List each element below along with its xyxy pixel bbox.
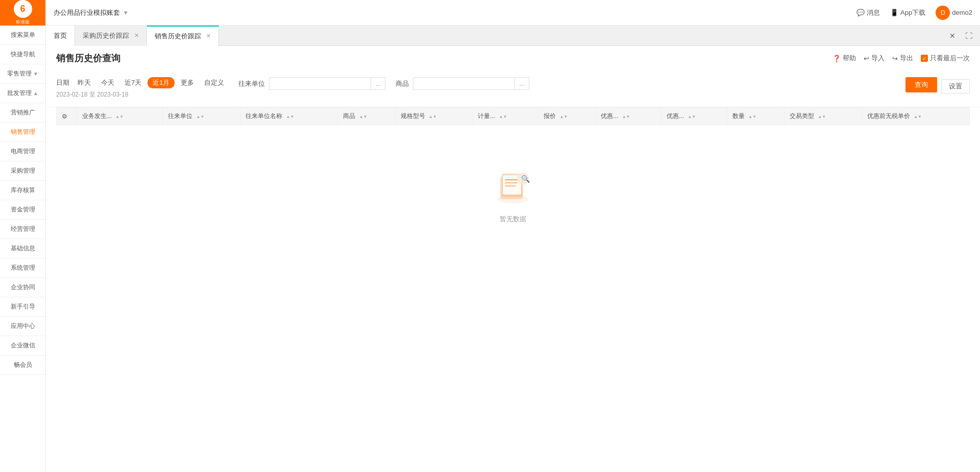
help-label: 帮助 (843, 54, 856, 63)
app-download-button[interactable]: 📱 App下载 (890, 8, 925, 17)
col-partner-code-label: 往来单位 (168, 112, 192, 120)
sort-arrows-partner-name: ▲▼ (286, 114, 294, 119)
gear-icon[interactable]: ⚙ (62, 113, 67, 120)
product-input-group: ... (413, 77, 529, 90)
sidebar-item-inventory[interactable]: 库存核算 (0, 181, 45, 200)
tab-purchase-history[interactable]: 采购历史价跟踪 ✕ (75, 26, 147, 46)
table-settings-col[interactable]: ⚙ (57, 108, 77, 125)
partner-input-group: ... (269, 77, 385, 90)
avatar-initial: D (941, 9, 945, 16)
topbar-dropdown-icon[interactable]: ▾ (124, 9, 132, 17)
sidebar-item-retail[interactable]: 零售管理 ▼ (0, 64, 45, 84)
date-filter-group: 日期 昨天 今天 近7天 近1月 更多 自定义 2023-02-18 至 202… (56, 77, 228, 99)
col-discount1[interactable]: 优惠... ▲▼ (596, 108, 662, 125)
tab-purchase-history-label: 采购历史价跟踪 (83, 31, 129, 40)
col-unit[interactable]: 计量... ▲▼ (473, 108, 538, 125)
sidebar-item-purchase[interactable]: 采购管理 (0, 161, 45, 181)
sort-arrows-pre-discount-price: ▲▼ (914, 114, 922, 119)
sidebar-item-guide[interactable]: 新手引导 (0, 297, 45, 317)
tab-sales-history[interactable]: 销售历史价跟踪 ✕ (147, 26, 219, 46)
partner-input-dots[interactable]: ... (371, 77, 385, 90)
last-only-checkbox[interactable] (921, 55, 928, 62)
col-quantity[interactable]: 数量 ▲▼ (727, 108, 784, 125)
table-header: ⚙ 业务发生... ▲▼ 往来单位 ▲▼ 往来单位名称 ▲▼ (57, 108, 970, 125)
product-input-dots[interactable]: ... (515, 77, 529, 90)
sort-arrows-spec: ▲▼ (429, 114, 437, 119)
logo-text: 6 (20, 4, 25, 14)
product-input[interactable] (413, 77, 515, 90)
help-button[interactable]: ❓ 帮助 (832, 54, 856, 63)
topbar-right: 💬 消息 📱 App下载 D demo2 (856, 6, 972, 20)
phone-icon: 📱 (890, 9, 898, 16)
sidebar-item-finance[interactable]: 资金管理 (0, 200, 45, 220)
avatar: D (936, 6, 950, 20)
col-discount1-label: 优惠... (601, 112, 618, 120)
sidebar-item-search[interactable]: 搜索菜单 (0, 26, 45, 45)
col-biz-date-label: 业务发生... (82, 112, 112, 120)
col-trade-type[interactable]: 交易类型 ▲▼ (785, 108, 862, 125)
col-partner-name[interactable]: 往来单位名称 ▲▼ (240, 108, 338, 125)
product-label: 商品 (396, 79, 409, 88)
col-pre-discount-price[interactable]: 优惠前无税单价 ▲▼ (862, 108, 969, 125)
sidebar-item-sales[interactable]: 销售管理 (0, 123, 45, 142)
chevron-up-icon: ▲ (33, 90, 38, 96)
logo-icon: 6 (14, 0, 32, 18)
table-area: ⚙ 业务发生... ▲▼ 往来单位 ▲▼ 往来单位名称 ▲▼ (46, 107, 980, 265)
sidebar-item-wholesale[interactable]: 批发管理 ▲ (0, 84, 45, 103)
query-button[interactable]: 查询 (905, 77, 937, 92)
sidebar-item-marketing[interactable]: 营销推广 (0, 103, 45, 123)
col-biz-date[interactable]: 业务发生... ▲▼ (77, 108, 163, 125)
tab-sales-history-close[interactable]: ✕ (206, 33, 211, 39)
logo[interactable]: 6 标准版 (0, 0, 45, 26)
tab-home-label: 首页 (54, 31, 67, 40)
tab-purchase-history-close[interactable]: ✕ (134, 32, 139, 39)
app-download-label: App下载 (900, 8, 925, 17)
tabbar: 首页 采购历史价跟踪 ✕ 销售历史价跟踪 ✕ ✕ ⛶ (46, 26, 980, 46)
tabbar-actions: ✕ ⛶ (946, 30, 980, 42)
col-price[interactable]: 报价 ▲▼ (538, 108, 596, 125)
product-filter-group: 商品 ... (396, 77, 529, 90)
user-profile[interactable]: D demo2 (936, 6, 972, 20)
sort-arrows-biz-date: ▲▼ (115, 114, 124, 119)
sidebar-item-member[interactable]: 畅会员 (0, 356, 45, 375)
sidebar-item-cooperation[interactable]: 企业协同 (0, 278, 45, 297)
date-option-1month[interactable]: 近1月 (148, 77, 175, 88)
partner-input[interactable] (269, 77, 371, 90)
col-discount2[interactable]: 优惠... ▲▼ (662, 108, 727, 125)
export-button[interactable]: ↪ 导出 (892, 54, 913, 63)
maximize-button[interactable]: ⛶ (963, 30, 975, 42)
tab-home[interactable]: 首页 (46, 26, 75, 46)
date-range-display: 2023-02-18 至 2023-03-18 (56, 90, 228, 99)
logo-subtitle: 标准版 (16, 19, 30, 26)
sidebar-item-operations[interactable]: 经营管理 (0, 220, 45, 239)
col-trade-type-label: 交易类型 (790, 112, 814, 120)
sidebar-item-wechat[interactable]: 企业微信 (0, 336, 45, 356)
sidebar-item-basic[interactable]: 基础信息 (0, 239, 45, 258)
sort-arrows-price: ▲▼ (559, 114, 568, 119)
close-window-button[interactable]: ✕ (946, 30, 959, 42)
empty-state: 🔍 暂无数据 (56, 125, 970, 265)
col-spec[interactable]: 规格型号 ▲▼ (395, 108, 473, 125)
sidebar-item-apps[interactable]: 应用中心 (0, 317, 45, 336)
date-option-yesterday[interactable]: 昨天 (74, 77, 95, 88)
col-partner-code[interactable]: 往来单位 ▲▼ (163, 108, 240, 125)
empty-illustration: 🔍 (487, 166, 538, 207)
col-product[interactable]: 商品 ▲▼ (338, 108, 395, 125)
settings-button[interactable]: 设置 (941, 79, 970, 93)
date-option-7days[interactable]: 近7天 (120, 77, 145, 88)
sidebar-item-system[interactable]: 系统管理 (0, 258, 45, 278)
export-label: 导出 (900, 54, 913, 63)
date-option-today[interactable]: 今天 (97, 77, 118, 88)
last-only-checkbox-group[interactable]: 只看最后一次 (921, 54, 970, 63)
import-label: 导入 (871, 54, 885, 63)
sidebar-item-ecommerce[interactable]: 电商管理 (0, 142, 45, 161)
message-button[interactable]: 💬 消息 (856, 8, 880, 17)
sidebar-item-quick-nav[interactable]: 快捷导航 (0, 45, 45, 64)
date-option-custom[interactable]: 自定义 (200, 77, 228, 88)
last-only-label: 只看最后一次 (930, 54, 970, 63)
date-option-more[interactable]: 更多 (177, 77, 198, 88)
content-area: 销售历史价查询 ❓ 帮助 ↩ 导入 ↪ 导出 只看最后一次 (46, 46, 980, 472)
import-button[interactable]: ↩ 导入 (864, 54, 885, 63)
col-partner-name-label: 往来单位名称 (246, 112, 282, 120)
help-icon: ❓ (832, 55, 841, 62)
